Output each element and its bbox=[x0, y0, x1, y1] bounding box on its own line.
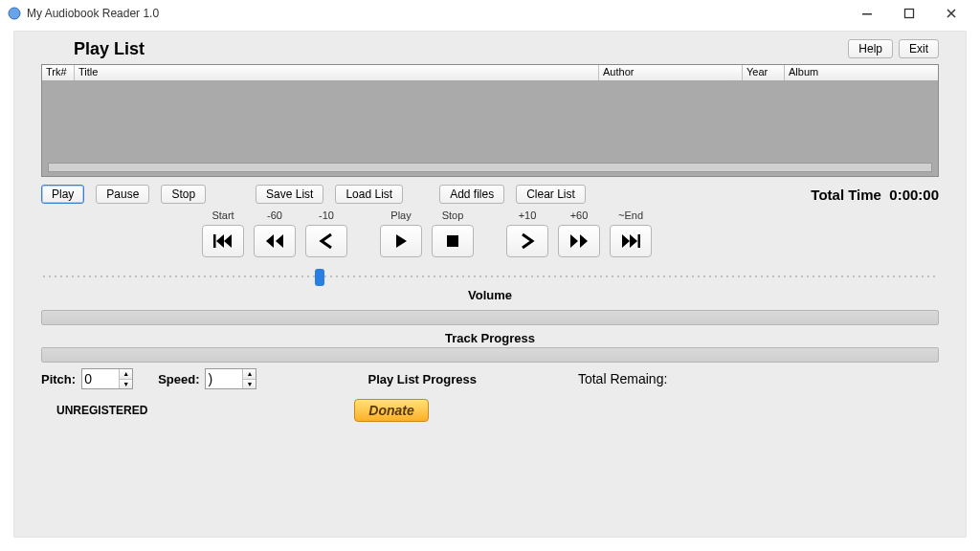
back-10-button[interactable] bbox=[305, 225, 347, 257]
client-area: Play List Help Exit Trk# Title Author Ye… bbox=[13, 31, 967, 538]
label-play: Play bbox=[390, 209, 411, 223]
speed-label: Speed: bbox=[158, 372, 199, 386]
label-p60: +60 bbox=[570, 209, 589, 223]
label-stop: Stop bbox=[442, 209, 464, 223]
col-title[interactable]: Title bbox=[75, 65, 599, 80]
playlist-progress-label: Play List Progress bbox=[368, 372, 476, 386]
speed-input[interactable]: ▲ ▼ bbox=[205, 368, 256, 389]
track-progress-label: Track Progress bbox=[41, 331, 939, 345]
total-time: Total Time 0:00:00 bbox=[811, 187, 939, 203]
close-button[interactable] bbox=[930, 0, 972, 27]
pitch-up[interactable]: ▲ bbox=[120, 369, 132, 379]
pitch-label: Pitch: bbox=[41, 372, 76, 386]
svg-rect-5 bbox=[638, 234, 641, 248]
label-m10: -10 bbox=[319, 209, 334, 223]
grid-scrollbar[interactable] bbox=[48, 163, 932, 172]
transport-stop-button[interactable] bbox=[432, 225, 474, 257]
pitch-input[interactable]: ▲ ▼ bbox=[81, 368, 133, 389]
svg-point-0 bbox=[9, 8, 20, 19]
grid-header: Trk# Title Author Year Album bbox=[42, 65, 938, 80]
save-list-button[interactable]: Save List bbox=[256, 185, 323, 204]
svg-rect-2 bbox=[905, 10, 914, 18]
load-list-button[interactable]: Load List bbox=[335, 185, 403, 204]
back-60-button[interactable] bbox=[254, 225, 296, 257]
speed-down[interactable]: ▼ bbox=[243, 379, 256, 389]
exit-button[interactable]: Exit bbox=[899, 39, 939, 58]
grid-body[interactable] bbox=[42, 80, 938, 163]
minimize-button[interactable] bbox=[846, 0, 888, 27]
volume-label: Volume bbox=[41, 288, 939, 302]
col-trk[interactable]: Trk# bbox=[42, 65, 75, 80]
svg-rect-1 bbox=[862, 13, 872, 15]
svg-rect-4 bbox=[447, 235, 458, 247]
pitch-down[interactable]: ▼ bbox=[120, 379, 132, 389]
transport-controls: Start -60 -10 Play bbox=[202, 209, 939, 257]
label-p10: +10 bbox=[519, 209, 537, 223]
pitch-value[interactable] bbox=[82, 369, 119, 388]
window-title: My Audiobook Reader 1.0 bbox=[27, 7, 159, 20]
donate-button[interactable]: Donate bbox=[354, 399, 428, 422]
app-icon bbox=[8, 7, 21, 20]
goto-end-button[interactable] bbox=[610, 225, 652, 257]
playlist-progress-bar[interactable] bbox=[41, 347, 939, 363]
svg-rect-3 bbox=[213, 234, 216, 248]
volume-thumb[interactable] bbox=[315, 269, 324, 286]
col-album[interactable]: Album bbox=[785, 65, 938, 80]
transport-play-button[interactable] bbox=[380, 225, 422, 257]
label-start: Start bbox=[212, 209, 234, 223]
unregistered-label: UNREGISTERED bbox=[56, 404, 147, 417]
col-year[interactable]: Year bbox=[743, 65, 785, 80]
col-author[interactable]: Author bbox=[599, 65, 743, 80]
titlebar: My Audiobook Reader 1.0 bbox=[0, 0, 980, 27]
track-progress-bar[interactable] bbox=[41, 310, 939, 325]
forward-60-button[interactable] bbox=[558, 225, 600, 257]
clear-list-button[interactable]: Clear List bbox=[516, 185, 586, 204]
playlist-heading: Play List bbox=[74, 39, 145, 59]
maximize-button[interactable] bbox=[888, 0, 930, 27]
playlist-grid[interactable]: Trk# Title Author Year Album bbox=[41, 64, 939, 177]
speed-up[interactable]: ▲ bbox=[243, 369, 256, 379]
total-remaining-label: Total Remaing: bbox=[578, 371, 667, 386]
speed-value[interactable] bbox=[206, 369, 242, 388]
forward-10-button[interactable] bbox=[506, 225, 548, 257]
app-window: My Audiobook Reader 1.0 Play List Help E… bbox=[0, 0, 980, 551]
add-files-button[interactable]: Add files bbox=[439, 185, 504, 204]
pause-button[interactable]: Pause bbox=[96, 185, 149, 204]
label-m60: -60 bbox=[267, 209, 282, 223]
volume-slider[interactable] bbox=[41, 271, 939, 282]
play-button[interactable]: Play bbox=[41, 185, 84, 204]
help-button[interactable]: Help bbox=[848, 39, 893, 58]
label-end: ~End bbox=[618, 209, 643, 223]
goto-start-button[interactable] bbox=[202, 225, 244, 257]
stop-button[interactable]: Stop bbox=[161, 185, 206, 204]
